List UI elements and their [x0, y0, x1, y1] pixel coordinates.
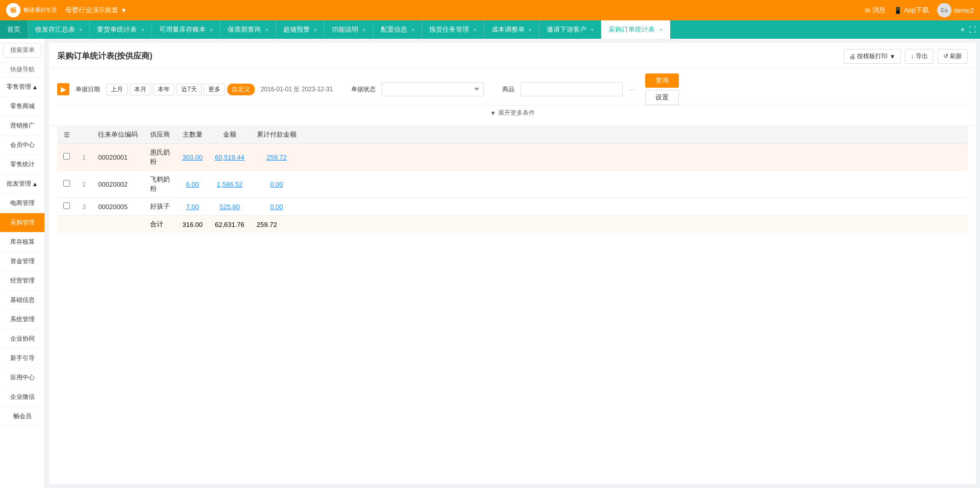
page-title: 采购订单统计表(按供应商) — [57, 51, 153, 62]
close-icon[interactable]: × — [659, 27, 662, 33]
row-main-qty[interactable]: 7.00 — [176, 198, 209, 216]
close-icon[interactable]: × — [79, 27, 82, 33]
tab-home[interactable]: 首页 — [0, 20, 28, 39]
settings-button[interactable]: 设置 — [645, 90, 679, 105]
col-main-qty[interactable]: 主数量 — [176, 126, 209, 144]
close-icon[interactable]: × — [411, 27, 414, 33]
print-button[interactable]: 🖨 按模板打印 ▼ — [844, 49, 901, 64]
goods-filter-input[interactable] — [521, 82, 623, 96]
row-amount[interactable]: 60,519.44 — [209, 144, 251, 171]
sidebar-item-label: 会员中心 — [10, 141, 35, 148]
nav-close-icon[interactable]: × — [961, 25, 965, 34]
top-bar-right: ✉ 消息 📱 App下载 Ea demo2 — [865, 3, 974, 17]
tab-yaohuodantongji[interactable]: 要货单统计表 × — [90, 20, 152, 39]
row-amount[interactable]: 1,586.52 — [209, 171, 251, 198]
more-filter-button[interactable]: ··· — [629, 85, 635, 93]
row-amount[interactable]: 525.80 — [209, 198, 251, 216]
close-icon[interactable]: × — [314, 27, 317, 33]
tab-chaochu[interactable]: 超储预警 × — [276, 20, 325, 39]
tab-keyongliang[interactable]: 可用量库存账本 × — [152, 20, 220, 39]
col-supplier-name[interactable]: 供应商 — [144, 126, 176, 144]
col-settings[interactable]: ☰ — [57, 126, 76, 144]
filter-toggle-button[interactable]: ▶ — [57, 83, 69, 95]
tab-shoufahuizongjia[interactable]: 收发存汇总表 × — [28, 20, 90, 39]
footer-label — [92, 216, 144, 234]
date-btn-this-month[interactable]: 本月 — [130, 84, 151, 95]
tab-tuohuo[interactable]: 拣货任务管理 × — [422, 20, 484, 39]
sidebar-item-yingyong[interactable]: 应用中心 — [0, 368, 44, 388]
refresh-button[interactable]: ↺ 刷新 — [938, 49, 968, 64]
sidebar-item-label: 零售管理 — [7, 83, 31, 91]
sidebar-item-dianshangguan[interactable]: 电商管理 — [0, 194, 44, 213]
sidebar: 搜索菜单 快捷导航 零售管理 ▲ 零售商城 营销推广 会员中心 零售统计 批发管… — [0, 39, 45, 488]
sidebar-item-xitong[interactable]: 系统管理 — [0, 310, 44, 329]
sidebar-item-label: 应用中心 — [10, 374, 35, 381]
row-paid-amount[interactable]: 0.00 — [251, 198, 303, 216]
status-select[interactable] — [382, 82, 484, 96]
row-paid-amount[interactable]: 0.00 — [251, 171, 303, 198]
col-amount[interactable]: 金额 — [209, 126, 251, 144]
sidebar-item-label: 企业协同 — [10, 335, 35, 342]
sidebar-item-lingshougoulc[interactable]: 零售商城 — [0, 97, 44, 116]
tab-gongneng[interactable]: 功能说明 × — [325, 20, 373, 39]
nav-tabs-bar: 首页 收发存汇总表 × 要货单统计表 × 可用量库存账本 × 保质期查询 × 超… — [0, 20, 980, 39]
close-icon[interactable]: × — [141, 27, 144, 33]
table-row: 3 00020005 好孩子 7.00 525.80 0.00 — [57, 198, 968, 216]
sidebar-item-zijin[interactable]: 资金管理 — [0, 252, 44, 271]
sidebar-item-jichu[interactable]: 基础信息 — [0, 291, 44, 310]
close-icon[interactable]: × — [265, 27, 268, 33]
expand-more-button[interactable]: ▼ 展开更多条件 — [57, 105, 968, 120]
message-btn[interactable]: ✉ 消息 — [865, 6, 886, 15]
sidebar-item-qiyeweixin[interactable]: 企业微信 — [0, 388, 44, 407]
row-main-qty[interactable]: 6.00 — [176, 171, 209, 198]
date-btn-custom[interactable]: 自定义 — [227, 84, 255, 95]
tab-chengben[interactable]: 成本调整单 × — [484, 20, 540, 39]
row-paid-amount[interactable]: 259.72 — [251, 144, 303, 171]
date-btn-last-month[interactable]: 上月 — [106, 84, 128, 95]
user-area[interactable]: Ea demo2 — [937, 3, 974, 17]
close-icon[interactable]: × — [362, 27, 365, 33]
date-btn-more[interactable]: 更多 — [204, 84, 225, 95]
close-icon[interactable]: × — [210, 27, 213, 33]
export-button[interactable]: ↓ 导出 — [905, 49, 933, 64]
sidebar-item-xinshou[interactable]: 新手引导 — [0, 349, 44, 368]
tab-caigoudantongji[interactable]: 采购订单统计表 × — [601, 20, 670, 39]
sidebar-item-lingshouguan[interactable]: 零售管理 ▲ — [0, 78, 44, 97]
date-btn-this-year[interactable]: 本年 — [153, 84, 175, 95]
col-paid-amount[interactable]: 累计付款金额 — [251, 126, 303, 144]
data-table: ☰ 往来单位编码 供应商 主数量 — [57, 126, 968, 233]
sidebar-item-label: 电商管理 — [10, 199, 35, 207]
date-btn-7days[interactable]: 近7天 — [177, 84, 202, 95]
row-checkbox[interactable] — [57, 171, 76, 198]
col-supplier-code[interactable]: 往来单位编码 — [92, 126, 144, 144]
row-checkbox[interactable] — [57, 198, 76, 216]
sidebar-item-kucun[interactable]: 库存核算 — [0, 233, 44, 252]
nav-fullscreen-icon[interactable]: ⛶ — [969, 25, 976, 34]
sidebar-item-huiyuan[interactable]: 会员中心 — [0, 136, 44, 155]
sidebar-item-qiye[interactable]: 企业协同 — [0, 329, 44, 349]
sidebar-item-yingxiao[interactable]: 营销推广 — [0, 116, 44, 136]
sidebar-item-caigouguanli[interactable]: 采购管理 — [0, 213, 44, 233]
row-checkbox[interactable] — [57, 144, 76, 171]
quick-nav-button[interactable]: 快捷导航 — [0, 62, 44, 78]
search-menu-button[interactable]: 搜索菜单 — [3, 43, 41, 58]
sidebar-item-pifaguanli[interactable]: 批发管理 ▲ — [0, 174, 44, 194]
sidebar-item-lingshoutongji[interactable]: 零售统计 — [0, 155, 44, 174]
footer-paid-amount: 259.72 — [251, 216, 303, 234]
sidebar-item-jingying[interactable]: 经营管理 — [0, 271, 44, 291]
tab-label: 可用量库存账本 — [159, 25, 206, 34]
row-main-qty[interactable]: 303.00 — [176, 144, 209, 171]
status-filter-label: 单据状态 — [351, 85, 376, 94]
close-icon[interactable]: × — [529, 27, 532, 33]
tab-baoyuan[interactable]: 保质期查询 × — [220, 20, 276, 39]
table-row: 1 00020001 惠氏奶粉 303.00 60,519.44 259.72 — [57, 144, 968, 171]
workspace-label: 母婴行业演示账套 — [65, 6, 118, 15]
tab-peizhi[interactable]: 配置信息 × — [374, 20, 422, 39]
query-button[interactable]: 查询 — [645, 73, 679, 88]
close-icon[interactable]: × — [591, 27, 594, 33]
workspace-selector[interactable]: 母婴行业演示账套 ▼ — [61, 6, 131, 15]
close-icon[interactable]: × — [473, 27, 476, 33]
sidebar-item-changhui[interactable]: 畅会员 — [0, 407, 44, 426]
app-download-btn[interactable]: 📱 App下载 — [894, 6, 929, 15]
tab-yaoqing[interactable]: 邀请下游客户 × — [540, 20, 601, 39]
